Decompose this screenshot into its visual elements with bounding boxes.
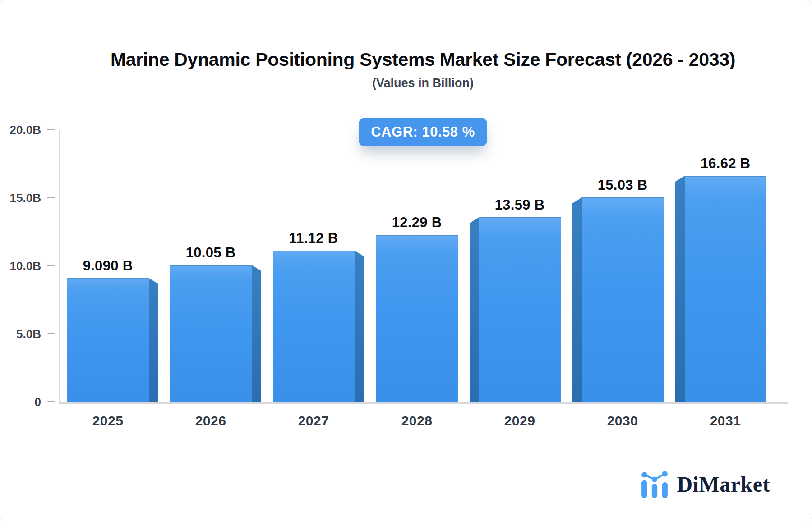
bar-value-label: 13.59 B bbox=[470, 197, 569, 213]
x-axis-baseline bbox=[59, 402, 788, 404]
x-axis-label: 2031 bbox=[676, 413, 775, 429]
logo-text: DiMarket bbox=[677, 472, 770, 497]
x-axis-label: 2029 bbox=[470, 413, 569, 429]
bar-2028 bbox=[376, 235, 458, 402]
bar-chart-logo-icon bbox=[640, 469, 669, 499]
bar-value-label: 12.29 B bbox=[367, 215, 466, 230]
bar-2029 bbox=[470, 217, 561, 402]
y-axis-tick-mark bbox=[47, 197, 55, 198]
y-axis-tick-mark bbox=[47, 333, 55, 334]
x-axis-label: 2026 bbox=[161, 413, 260, 429]
y-axis-tick-label: 5.0B bbox=[0, 327, 41, 341]
y-axis-tick-mark bbox=[47, 401, 55, 402]
y-axis-tick-mark bbox=[47, 129, 55, 130]
bar-value-label: 16.62 B bbox=[676, 156, 775, 171]
x-axis-label: 2027 bbox=[264, 413, 363, 429]
bar-2026 bbox=[170, 265, 261, 402]
chart-card: Marine Dynamic Positioning Systems Marke… bbox=[0, 0, 812, 521]
x-axis-label: 2030 bbox=[573, 413, 672, 429]
bar-value-label: 9.090 B bbox=[58, 258, 157, 274]
x-axis-label: 2028 bbox=[367, 413, 466, 429]
logo: DiMarket bbox=[640, 469, 770, 499]
bar-value-label: 15.03 B bbox=[573, 178, 672, 193]
bar-2027 bbox=[273, 251, 364, 402]
bar-chart-plot: 05.0B10.0B15.0B20.0B9.090 B202510.05 B20… bbox=[0, 0, 812, 521]
bar-2030 bbox=[572, 197, 664, 402]
y-axis-tick-label: 20.0B bbox=[0, 123, 41, 137]
bar-value-label: 10.05 B bbox=[161, 245, 260, 260]
bar-2031 bbox=[675, 176, 766, 402]
bar-value-label: 11.12 B bbox=[264, 231, 363, 246]
bar-2025 bbox=[67, 278, 158, 402]
y-axis-tick-label: 15.0B bbox=[0, 191, 41, 205]
y-axis-tick-mark bbox=[47, 265, 55, 266]
y-axis-tick-label: 10.0B bbox=[0, 259, 41, 273]
x-axis-label: 2025 bbox=[58, 413, 157, 429]
y-axis-tick-label: 0 bbox=[0, 395, 41, 409]
